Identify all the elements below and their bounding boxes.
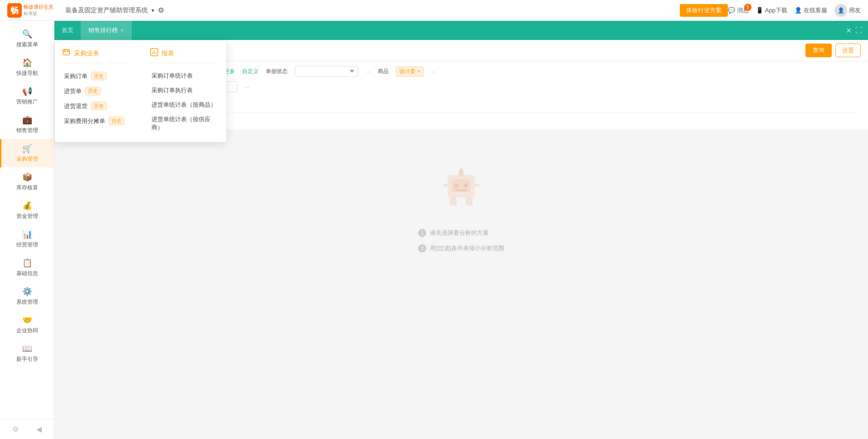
megaphone-icon: 📢	[22, 86, 32, 96]
salesperson-ellipsis: ···	[244, 84, 249, 90]
toolbar-right: 查询 设置	[805, 44, 861, 57]
dropdown-section-title-reports: 报表	[150, 48, 219, 63]
sidebar-label-sales: 销售管理	[16, 127, 38, 134]
gear-icon: ⚙️	[22, 286, 32, 296]
sidebar-item-purchase[interactable]: 🛒 采购管理	[0, 139, 54, 168]
sidebar-item-system[interactable]: ⚙️ 系统管理	[0, 282, 54, 311]
dropdown-item-fee-label: 采购费用分摊单	[64, 117, 105, 125]
dropdown-item-po-label: 采购订单	[64, 72, 88, 80]
message-btn[interactable]: 💬 消息 5	[728, 6, 749, 15]
dropdown-item-receipt[interactable]: 进货单 历史	[62, 84, 132, 99]
logo-badge: 标准版	[24, 10, 54, 17]
dropdown-item-receipt-stat-goods-label: 进货单统计表（按商品）	[151, 101, 216, 109]
history-badge-return: 历史	[91, 102, 107, 110]
sidebar-item-finance[interactable]: 💰 资金管理	[0, 196, 54, 225]
empty-text: 1 请先选择要分析的方案 2 用[过滤]条件来缩小分析范围	[418, 227, 504, 254]
user-area[interactable]: 👤 用友	[834, 4, 861, 17]
message-icon: 💬	[728, 7, 735, 14]
dropdown-section-label-reports: 报表	[161, 49, 174, 58]
chart-icon: 📊	[22, 229, 32, 239]
header-right-area: 💬 消息 5 📱 App下载 👤 在线客服 👤 用友	[728, 4, 861, 17]
sidebar-collapse-icon[interactable]: ◀	[36, 425, 42, 434]
cart-icon: 🛒	[22, 143, 32, 153]
doc-status-label: 单据状态	[266, 68, 288, 75]
step-num-1: 1	[418, 229, 426, 237]
sidebar-label-enterprise: 企业协同	[16, 327, 38, 335]
svg-rect-7	[443, 184, 448, 187]
sidebar-item-operations[interactable]: 📊 经营管理	[0, 225, 54, 253]
header-settings-icon[interactable]: ⚙	[158, 6, 164, 15]
dropdown-item-receipt-stat-supplier[interactable]: 进货单统计表（按供应商）	[150, 112, 219, 135]
tab-sales-ranking[interactable]: 销售排行榜 ×	[81, 21, 132, 40]
message-badge: 5	[744, 4, 751, 11]
empty-svg	[434, 166, 488, 211]
sidebar-item-shortcut[interactable]: 🏠 快捷导航	[0, 53, 54, 82]
dropdown-item-po[interactable]: 采购订单 历史	[62, 69, 132, 84]
history-badge-fee: 历史	[109, 117, 124, 125]
sidebar-item-guide[interactable]: 📖 新手引导	[0, 339, 54, 368]
step-num-2: 2	[418, 244, 426, 252]
sidebar-label-system: 系统管理	[16, 298, 38, 306]
empty-state: 1 请先选择要分析的方案 2 用[过滤]条件来缩小分析范围	[54, 129, 868, 291]
sidebar-item-search[interactable]: 🔍 搜索菜单	[0, 25, 54, 53]
dropdown-item-po-exec[interactable]: 采购订单执行表	[150, 83, 219, 98]
logo-area: 畅 畅捷通好生意 标准版	[7, 3, 62, 18]
sidebar-label-inventory: 库存核算	[16, 184, 38, 192]
app-download-label: App下载	[765, 6, 787, 15]
app-download-btn[interactable]: 📱 App下载	[756, 6, 787, 15]
sidebar-bottom: ⚙ ◀	[0, 419, 54, 439]
dropdown-item-po-stat[interactable]: 采购订单统计表	[150, 69, 219, 83]
phone-icon: 📱	[756, 7, 763, 14]
sidebar-item-enterprise[interactable]: 🤝 企业协同	[0, 311, 54, 339]
tab-fullscreen-icon[interactable]: ⛶	[855, 26, 863, 35]
clipboard-icon: 📋	[22, 258, 32, 268]
briefcase-icon: 💼	[22, 115, 32, 125]
svg-point-3	[464, 184, 468, 187]
service-icon: 👤	[795, 7, 802, 14]
sidebar-label-guide: 新手引导	[16, 355, 38, 363]
sidebar-label-search: 搜索菜单	[16, 41, 38, 49]
industry-solution-btn[interactable]: 体验行业方案	[680, 4, 728, 17]
dropdown-item-return-label: 进货退货	[64, 102, 88, 110]
svg-rect-10	[466, 197, 473, 206]
sidebar-item-basic-info[interactable]: 📋 基础信息	[0, 253, 54, 282]
sidebar-item-sales[interactable]: 💼 销售管理	[0, 110, 54, 139]
empty-hint-1-text: 请先选择要分析的方案	[430, 227, 489, 239]
logo-text: 畅捷通好生意	[24, 4, 54, 10]
dropdown-section-title-purchase: 采购业务	[62, 48, 132, 63]
tab-home-label: 首页	[62, 26, 73, 35]
home-icon: 🏠	[22, 58, 32, 68]
svg-rect-9	[450, 197, 457, 206]
dropdown-reports-icon	[150, 48, 159, 59]
sidebar-item-inventory[interactable]: 📦 库存核算	[0, 168, 54, 196]
tab-close-btn[interactable]: ×	[121, 27, 124, 34]
tab-right-actions: ✕ ⛶	[846, 26, 868, 35]
empty-hint-2-text: 用[过滤]条件来缩小分析范围	[430, 242, 504, 254]
dropdown-purchase-icon	[62, 48, 71, 59]
online-service-label: 在线客服	[804, 6, 827, 15]
tab-close-all-icon[interactable]: ✕	[846, 26, 852, 35]
query-btn[interactable]: 查询	[805, 44, 832, 57]
dropdown-item-fee[interactable]: 采购费用分摊单 历史	[62, 113, 132, 128]
tab-sales-ranking-label: 销售排行榜	[88, 26, 118, 35]
shortcut-custom[interactable]: 自定义	[242, 68, 258, 75]
dropdown-item-receipt-stat-goods[interactable]: 进货单统计表（按商品）	[150, 98, 219, 112]
settings-btn[interactable]: 设置	[835, 44, 861, 57]
svg-rect-4	[456, 189, 467, 191]
box-icon: 📦	[22, 172, 32, 182]
sidebar-settings-icon[interactable]: ⚙	[12, 425, 19, 434]
dropdown-item-return[interactable]: 进货退货 历史	[62, 99, 132, 113]
doc-status-select[interactable]	[295, 66, 358, 77]
user-name: 用友	[849, 6, 861, 15]
sidebar-label-marketing: 营销推广	[16, 98, 38, 106]
online-service-btn[interactable]: 👤 在线客服	[795, 6, 827, 15]
doc-status-ellipsis: ···	[366, 68, 371, 75]
dropdown-section-purchase: 采购业务 采购订单 历史 进货单 历史 进货退货 历史 采购费用分摊单 历史	[62, 48, 132, 135]
goods-tag-close[interactable]: ×	[417, 69, 420, 74]
svg-point-6	[460, 168, 463, 171]
sidebar-item-marketing[interactable]: 📢 营销推广	[0, 82, 54, 110]
tab-home[interactable]: 首页	[54, 21, 81, 40]
avatar: 👤	[834, 4, 847, 17]
history-badge-receipt: 历史	[85, 87, 101, 95]
sys-dropdown-icon[interactable]: ▾	[151, 7, 154, 14]
